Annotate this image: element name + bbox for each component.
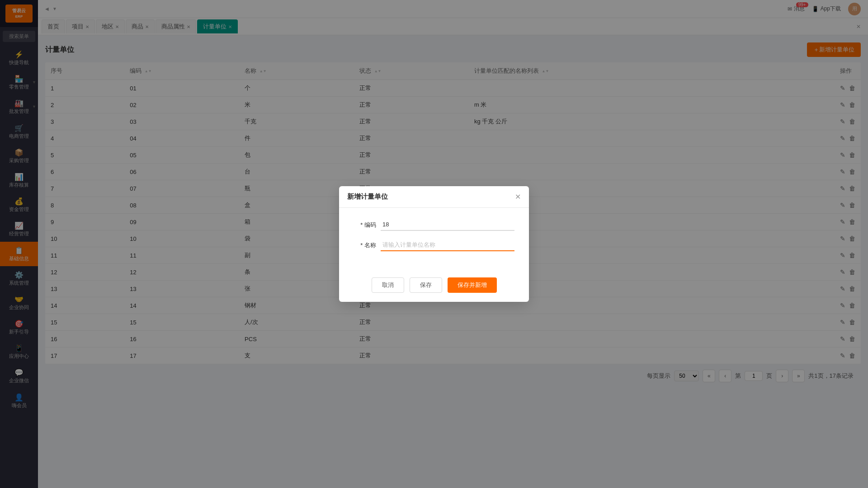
modal-body: * 编码 * 名称 xyxy=(339,208,529,270)
code-input[interactable] xyxy=(381,219,514,231)
code-form-row: * 编码 xyxy=(354,219,514,231)
name-input[interactable] xyxy=(381,239,514,251)
name-form-row: * 名称 xyxy=(354,239,514,251)
modal-footer: 取消 保存 保存并新增 xyxy=(339,270,529,302)
save-and-new-button[interactable]: 保存并新增 xyxy=(448,277,497,293)
save-button[interactable]: 保存 xyxy=(410,277,442,293)
code-label: * 编码 xyxy=(354,221,381,229)
modal-overlay[interactable]: 新增计量单位 ✕ * 编码 * 名称 取消 保存 保存并新增 xyxy=(0,0,868,488)
name-label: * 名称 xyxy=(354,241,381,249)
modal-header: 新增计量单位 ✕ xyxy=(339,186,529,208)
modal-dialog: 新增计量单位 ✕ * 编码 * 名称 取消 保存 保存并新增 xyxy=(339,186,529,302)
modal-close-button[interactable]: ✕ xyxy=(515,192,521,201)
modal-title: 新增计量单位 xyxy=(347,192,388,201)
cancel-button[interactable]: 取消 xyxy=(372,277,404,293)
